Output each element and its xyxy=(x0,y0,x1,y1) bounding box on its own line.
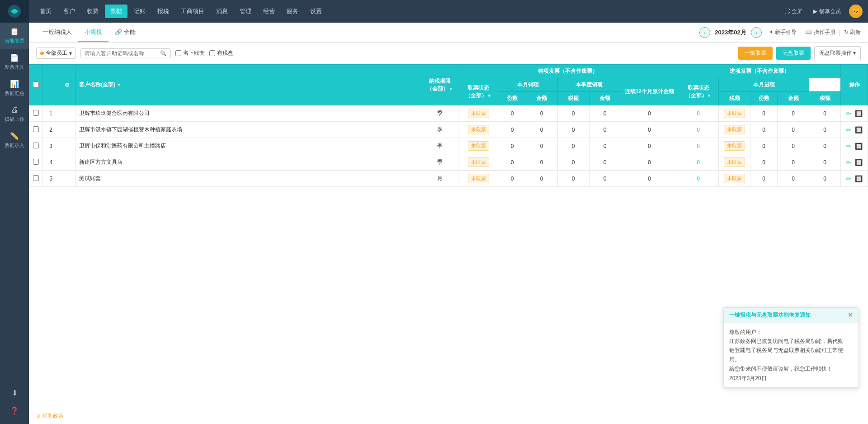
row-edit-icon[interactable]: ✏ xyxy=(846,126,851,133)
employee-dot xyxy=(40,52,44,55)
sidebar-item-invoice-summary[interactable]: 📊 票据汇总 xyxy=(0,75,29,101)
row-checkbox-cell[interactable] xyxy=(29,138,43,154)
th-s-m-amount: 金额 xyxy=(526,92,557,105)
nav-customer[interactable]: 客户 xyxy=(58,5,80,18)
tab-general-taxpayer[interactable]: 一般纳税人 xyxy=(36,24,78,42)
topbar-right: ⛶ 全屏 ▶ 畅享会员 🐱 xyxy=(782,5,863,18)
row-checkbox-cell[interactable] xyxy=(29,171,43,187)
row-p-m-tax: 0 xyxy=(809,171,841,187)
row-sales-status: 未取票 xyxy=(458,122,499,138)
annual-cum-link[interactable]: 0 xyxy=(697,159,700,166)
row-settings xyxy=(59,105,75,122)
row-detail-icon[interactable]: 🔲 xyxy=(855,143,863,150)
period-selector: ‹ 2023年02月 › xyxy=(699,27,761,38)
one-click-fetch-button[interactable]: 一键取票 xyxy=(738,47,773,60)
nav-business[interactable]: 工商项目 xyxy=(175,5,210,18)
row-settings xyxy=(59,138,75,154)
nav-message[interactable]: 消息 xyxy=(211,5,233,18)
period-next-btn[interactable]: › xyxy=(751,27,762,38)
sidebar-item-label: 发票开具 xyxy=(5,64,24,71)
annual-cum-link[interactable]: 0 xyxy=(697,143,700,149)
manual-btn[interactable]: 📖 操作手册 xyxy=(805,29,835,36)
avatar[interactable]: 🐱 xyxy=(849,5,863,18)
nav-home[interactable]: 首页 xyxy=(34,5,57,18)
sidebar-item-data-entry[interactable]: ✏️ 票据录入 xyxy=(0,127,29,153)
sidebar-logo xyxy=(0,0,29,23)
row-checkbox[interactable] xyxy=(33,126,39,132)
notification-close-btn[interactable]: ✕ xyxy=(848,311,853,319)
th-tax-period[interactable]: 纳税期限（全部）▼ xyxy=(422,65,458,105)
row-num: 3 xyxy=(43,138,59,154)
row-tax-period: 季 xyxy=(422,105,458,122)
toolbar: 全部员工 ▾ 🔍 名下账套 有税盘 一键取票 无盘取票 无盘取票操作 ▾ xyxy=(29,43,868,64)
tab-all[interactable]: 🔗 全能 xyxy=(108,24,142,42)
sidebar-item-label: 票据汇总 xyxy=(5,90,24,97)
name-account-check[interactable] xyxy=(175,50,181,56)
row-actions: ✏ 🔲 xyxy=(841,105,868,122)
fullscreen-btn[interactable]: ⛶ 全屏 xyxy=(782,6,805,17)
row-detail-icon[interactable]: 🔲 xyxy=(855,110,863,117)
nav-settings[interactable]: 设置 xyxy=(305,5,327,18)
has-disk-checkbox[interactable]: 有税盘 xyxy=(209,49,233,57)
nav-collection[interactable]: 收费 xyxy=(81,5,104,18)
nav-bookkeeping[interactable]: 记账 xyxy=(128,5,151,18)
row-checkbox-cell[interactable] xyxy=(29,105,43,122)
row-detail-icon[interactable]: 🔲 xyxy=(855,175,863,182)
th-p-m-amount: 金额 xyxy=(778,92,809,105)
row-checkbox[interactable] xyxy=(33,159,39,165)
row-s-q-amount: 0 xyxy=(589,122,621,138)
sidebar-item-help[interactable]: ❓ xyxy=(0,402,29,419)
row-edit-icon[interactable]: ✏ xyxy=(846,143,851,150)
row-detail-icon[interactable]: 🔲 xyxy=(855,126,863,133)
new-guide-btn[interactable]: ✦ 新手引导 xyxy=(769,29,797,36)
th-customer-name[interactable]: 客户名称(全部) ▼ xyxy=(75,65,422,105)
subnav-actions: ✦ 新手引导 | 📖 操作手册 | ↻ 刷新 xyxy=(769,29,861,36)
row-edit-icon[interactable]: ✏ xyxy=(846,110,851,117)
row-checkbox-cell[interactable] xyxy=(29,122,43,138)
period-prev-btn[interactable]: ‹ xyxy=(699,27,710,38)
th-sales-status[interactable]: 取票状态（全部）▼ xyxy=(458,78,499,105)
table-row: 2 卫辉市汲水镇下园湖省榄营木种植家庭农场 季 未取票 0 0 0 0 0 0 … xyxy=(29,122,868,138)
row-purchase-status: 未取票 xyxy=(719,105,750,122)
nav-tax[interactable]: 报税 xyxy=(152,5,175,18)
employee-select[interactable]: 全部员工 ▾ xyxy=(36,48,76,59)
annual-cum-link[interactable]: 0 xyxy=(697,176,700,182)
row-checkbox-cell[interactable] xyxy=(29,154,43,171)
th-annual-cumulative: 连续12个月累计金额 xyxy=(621,78,678,105)
row-checkbox[interactable] xyxy=(33,175,39,181)
row-sales-status: 未取票 xyxy=(458,154,499,171)
row-edit-icon[interactable]: ✏ xyxy=(846,159,851,166)
select-all-checkbox[interactable] xyxy=(33,81,39,87)
nav-manage[interactable]: 管理 xyxy=(234,5,257,18)
nav-service[interactable]: 服务 xyxy=(281,5,304,18)
search-input[interactable] xyxy=(85,50,158,57)
annual-cum-link[interactable]: 0 xyxy=(697,127,700,133)
refresh-btn[interactable]: ↻ 刷新 xyxy=(844,29,861,36)
has-disk-check[interactable] xyxy=(209,50,215,56)
nav-invoice[interactable]: 票据 xyxy=(105,5,127,18)
annual-cum-link[interactable]: 0 xyxy=(697,110,700,117)
sidebar-item-smart-fetch[interactable]: 📋 智能取票 xyxy=(0,23,29,49)
no-disk-fetch-button[interactable]: 无盘取票 xyxy=(776,47,811,60)
member-btn[interactable]: ▶ 畅享会员 xyxy=(811,6,844,17)
name-account-label: 名下账套 xyxy=(183,49,205,57)
row-customer-name: 卫辉市汲水镇下园湖省榄营木种植家庭农场 xyxy=(75,122,422,138)
nav-operation[interactable]: 经营 xyxy=(258,5,280,18)
row-p-m-amount: 0 xyxy=(778,122,809,138)
no-disk-ops-button[interactable]: 无盘取票操作 ▾ xyxy=(814,46,861,60)
th-purchase-status[interactable]: 取票状态（全部）▼ xyxy=(678,78,719,105)
sidebar-item-issue-invoice[interactable]: 📄 发票开具 xyxy=(0,49,29,75)
row-checkbox[interactable] xyxy=(33,143,39,148)
row-s-m-amount: 0 xyxy=(526,138,557,154)
row-edit-icon[interactable]: ✏ xyxy=(846,175,851,182)
row-detail-icon[interactable]: 🔲 xyxy=(855,159,863,166)
table-row: 5 测试账套 月 未取票 0 0 0 0 0 0 未取票 0 0 0 ✏ 🔲 xyxy=(29,171,868,187)
sidebar-item-download[interactable]: ⬇ xyxy=(0,384,29,402)
name-account-checkbox[interactable]: 名下账套 xyxy=(175,49,205,57)
sidebar-item-scan-upload[interactable]: 🖨 扫描上传 xyxy=(0,101,29,127)
row-s-m-tax: 0 xyxy=(557,105,589,122)
policy-link[interactable]: ⊙ 税务政策 xyxy=(36,412,64,420)
tab-small-scale[interactable]: 小规模 xyxy=(78,24,108,42)
row-tax-period: 季 xyxy=(422,138,458,154)
row-checkbox[interactable] xyxy=(33,110,39,116)
